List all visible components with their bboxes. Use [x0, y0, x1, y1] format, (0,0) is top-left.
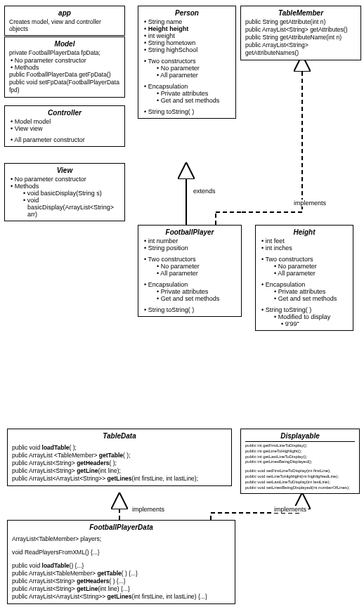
- person-e0: Encapsulation: [143, 83, 231, 90]
- title-fpd: FootballPlayerData: [12, 523, 230, 531]
- person-a4: String hometown: [143, 39, 231, 46]
- d-l1: public int getFirstLineToDisplay();: [245, 443, 355, 449]
- fp-a1: int number: [143, 237, 237, 244]
- class-view: View No parameter constructor Methods vo…: [4, 163, 125, 221]
- fp-e2: Get and set methods: [155, 295, 237, 302]
- desc-app: Creates model, view and controller objec…: [9, 18, 120, 32]
- view-l2: Methods: [9, 183, 120, 190]
- h-e1: Private attributes: [273, 288, 349, 295]
- td-l1: public void loadTable( );: [12, 444, 227, 452]
- title-displayable: Displayable: [245, 432, 355, 442]
- person-e2: Get and set methods: [155, 97, 231, 104]
- class-model: Model private FootballPlayerData fpData;…: [4, 37, 125, 98]
- fpd-l3: public void loadTable() {...}: [12, 562, 230, 570]
- fp-e0: Encapsulation: [143, 281, 237, 288]
- fp-a2: String position: [143, 244, 237, 252]
- model-l1: private FootballPlayerData fpData;: [9, 49, 120, 57]
- td-l4: public ArrayList<String> getLine(int lin…: [12, 467, 227, 475]
- h-ts1: Modified to display: [273, 313, 349, 320]
- h-ts2: 9'99": [280, 320, 349, 327]
- h-a2: int inches: [260, 244, 349, 252]
- fp-c0: Two constructors: [143, 256, 237, 263]
- class-footballplayerdata: FootballPlayerData ArrayList<TableMember…: [7, 520, 235, 604]
- person-a5: String highSchool: [143, 46, 231, 53]
- d-l7: public void setLastLineToDisplay(int las…: [245, 480, 355, 485]
- h-c1: No parameter: [273, 263, 349, 270]
- tm-l1: public String getAttribute(int n): [245, 18, 356, 26]
- title-person: Person: [143, 9, 231, 17]
- fpd-l6: public ArrayList<String> getLine(int lin…: [12, 585, 230, 593]
- tm-l2: public ArrayList<String> getAttributes(): [245, 26, 356, 34]
- h-a1: int feet: [260, 237, 349, 244]
- h-ts: String toString( ): [260, 306, 349, 313]
- label-implements-2: implements: [131, 506, 166, 513]
- h-e0: Encapsulation: [260, 281, 349, 288]
- person-a3: int weight: [143, 32, 231, 39]
- d-l2: public int getLineToHighlight();: [245, 449, 355, 455]
- d-l4: public int getLinesBeingDisplayed();: [245, 459, 355, 465]
- person-a1: String name: [143, 18, 231, 25]
- fp-c2: All parameter: [155, 270, 237, 277]
- view-l4: void basicDisplay(ArrayList<String> arr): [22, 197, 120, 218]
- controller-l1: Model model: [9, 118, 120, 125]
- person-a2: Height height: [143, 25, 231, 32]
- class-controller: Controller Model model View view All par…: [4, 105, 125, 147]
- title-view: View: [9, 167, 120, 174]
- title-model: Model: [9, 40, 120, 48]
- model-l2: No parameter constructor: [9, 57, 120, 64]
- fpd-l2: void ReadPlayersFromXML() {...}: [12, 549, 230, 556]
- person-e1: Private attributes: [155, 90, 231, 97]
- fp-c1: No parameter: [155, 263, 237, 270]
- d-l8: public void setLinesBeingDisplayed(int n…: [245, 485, 355, 491]
- controller-l2: View view: [9, 125, 120, 132]
- tm-l4: public ArrayList<String> getAttributeNam…: [245, 41, 356, 57]
- model-l5: public void setFpData(FootballPlayerData…: [9, 79, 120, 94]
- label-implements-3: implements: [273, 506, 308, 513]
- h-c0: Two constructors: [260, 256, 349, 263]
- fpd-l7: public ArrayList<ArrayList<String>> getL…: [12, 593, 230, 601]
- fp-ts: String toString( ): [143, 306, 237, 313]
- h-c2: All parameter: [273, 270, 349, 277]
- title-tabledata: TableData: [12, 432, 227, 440]
- title-controller: Controller: [9, 109, 120, 117]
- title-footballplayer: FootballPlayer: [143, 228, 237, 236]
- person-ts: String toString( ): [143, 108, 231, 115]
- controller-l3: All parameter constructor: [9, 136, 120, 143]
- person-c1: No parameter: [155, 65, 231, 72]
- class-tablemember: TableMember public String getAttribute(i…: [240, 6, 361, 60]
- title-height: Height: [260, 228, 349, 236]
- label-extends: extends: [192, 188, 217, 195]
- td-l2: public ArrayList <TableMember> getTable(…: [12, 452, 227, 459]
- view-l1: No parameter constructor: [9, 176, 120, 183]
- d-l3: public int getLastLineToDisplay();: [245, 455, 355, 460]
- fpd-l5: public ArrayList<String> getHeaders( ) {…: [12, 577, 230, 585]
- class-person: Person String name Height height int wei…: [138, 6, 236, 119]
- td-l3: public ArrayList<String> getHeaders( );: [12, 459, 227, 467]
- d-l5: public void setFirstLineToDisplay(int fi…: [245, 469, 355, 474]
- person-c2: All parameter: [155, 72, 231, 79]
- class-app: app Creates model, view and controller o…: [4, 6, 125, 36]
- h-e2: Get and set methods: [273, 295, 349, 302]
- model-l3: Methods: [9, 64, 120, 71]
- title-tablemember: TableMember: [245, 9, 356, 17]
- person-c0: Two constructors: [143, 58, 231, 65]
- fp-e1: Private attributes: [155, 288, 237, 295]
- d-l6: public void setLineToHighlight(int highl…: [245, 474, 355, 480]
- class-displayable: Displayable public int getFirstLineToDis…: [240, 429, 360, 494]
- tm-l3: public String getAttributeName(int n): [245, 34, 356, 41]
- view-l3: void basicDisplay(String s): [22, 190, 120, 197]
- class-footballplayer: FootballPlayer int number String positio…: [138, 225, 242, 317]
- title-app: app: [9, 9, 120, 17]
- td-l5: public ArrayList<ArrayList<String>> getL…: [12, 475, 227, 483]
- fpd-l1: ArrayList<TableMember> players;: [12, 535, 230, 543]
- fpd-l4: public ArrayList<TableMember> getTable( …: [12, 570, 230, 577]
- class-height: Height int feet int inches Two construct…: [255, 225, 353, 331]
- model-l4: public FootballPlayerData getFpData(): [9, 71, 120, 79]
- class-tabledata: TableData public void loadTable( ); publ…: [7, 429, 232, 486]
- label-implements-1: implements: [292, 200, 327, 207]
